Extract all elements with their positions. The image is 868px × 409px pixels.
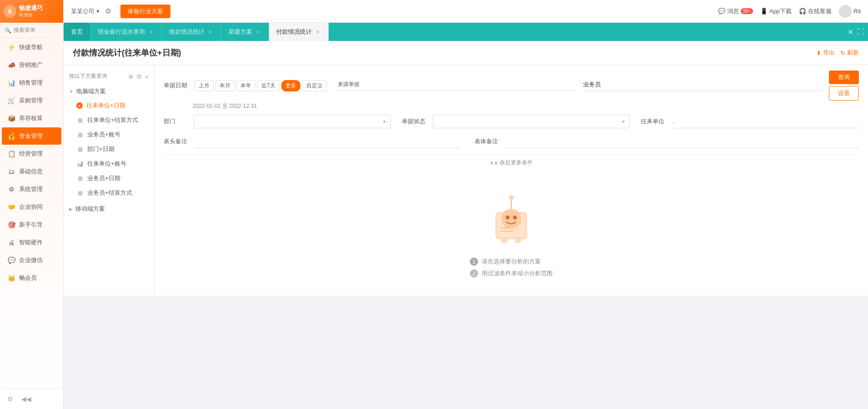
export-icon: ⬆ <box>816 50 821 56</box>
app-download-button[interactable]: 📱 App下载 <box>760 7 792 15</box>
collapse-conditions-button[interactable]: ∧∧ 收起更多条件 <box>164 155 859 170</box>
sidebar-item-sales[interactable]: 📊 销售管理 <box>2 74 61 91</box>
empty-state: 1 请先选择要分析的方案 2 用过滤条件来缩小分析范围 <box>155 176 868 296</box>
scheme-item-unit-settle[interactable]: ▦ 往来单位+结算方式 <box>64 113 154 127</box>
operation-icon: 📋 <box>7 150 15 157</box>
sidebar-item-wechat[interactable]: 💬 企业微信 <box>2 252 61 269</box>
trial-button[interactable]: 体验行业方案 <box>120 5 170 18</box>
date-btn-last-month[interactable]: 上月 <box>195 80 214 91</box>
related-unit-field[interactable]: ... <box>672 115 859 128</box>
refresh-button[interactable]: ↻ 刷新 <box>840 49 859 57</box>
header-note-field[interactable] <box>195 135 460 148</box>
scheme-item-staff-settle[interactable]: ▦ 业务员+结算方式 <box>64 186 154 200</box>
scheme-item-dept-date[interactable]: ▦ 部门+日期 <box>64 142 154 157</box>
body-note-field[interactable] <box>505 135 859 148</box>
scheme-item-label: 业务员+结算方式 <box>87 189 132 197</box>
tip-num-2: 2 <box>470 269 478 278</box>
wechat-icon: 💬 <box>7 257 15 264</box>
tip-2-text: 用过滤条件来缩小分析范围 <box>482 269 553 278</box>
top-bar-settings-icon[interactable]: ⚙ <box>105 7 111 15</box>
scheme-item-label: 业务员+日期 <box>87 174 120 182</box>
sidebar-item-capital[interactable]: 💰 资金管理 <box>2 127 61 145</box>
date-btn-more[interactable]: 更多 <box>281 80 300 91</box>
online-service-button[interactable]: 🎧 在线客服 <box>799 7 832 15</box>
content-body: 按以下方案查询 ⊕ ⚙ « ▼ 电脑端方案 ● 往来单位+日期 <box>64 65 868 296</box>
messages-button[interactable]: 💬 消息 99+ <box>718 7 753 15</box>
scheme-item-unit-account[interactable]: 📊 往来单位+账号 <box>64 157 154 171</box>
desktop-scheme-group: ▼ 电脑端方案 ● 往来单位+日期 ▦ 往来单位+结算方式 ▦ 业务员+账号 <box>64 85 154 200</box>
panel-header-label: 按以下方案查询 <box>69 72 107 80</box>
mobile-group-title[interactable]: ▶ 移动端方案 <box>64 202 154 216</box>
desktop-group-label: 电脑端方案 <box>76 87 106 96</box>
sidebar-item-label: 资金管理 <box>19 132 43 140</box>
manage-scheme-button[interactable]: ⚙ <box>136 73 142 80</box>
basic-icon: 🗂 <box>7 168 15 175</box>
tab-new-plan-close[interactable]: × <box>255 29 261 35</box>
messages-badge: 99+ <box>741 8 753 14</box>
collapse-panel-button[interactable]: « <box>145 73 149 80</box>
svg-rect-11 <box>501 238 508 243</box>
add-scheme-button[interactable]: ⊕ <box>128 73 134 80</box>
sidebar-item-system[interactable]: ⚙ 系统管理 <box>2 181 61 198</box>
collapse-label: 收起更多条件 <box>500 159 533 167</box>
filter-row-3: 表头备注 表体备注 <box>164 135 859 148</box>
sidebar-item-basic[interactable]: 🗂 基础信息 <box>2 163 61 180</box>
tab-bank-flow[interactable]: 现金银行流水查询 × <box>90 23 162 41</box>
tab-home-label: 首页 <box>71 28 83 36</box>
sidebar-item-guide[interactable]: 🎯 新手引导 <box>2 216 61 233</box>
date-range-text: 2022-01-01 至 2022-12-31 <box>193 103 257 109</box>
sidebar-item-marketing[interactable]: 📣 营销推广 <box>2 56 61 74</box>
sidebar-item-member[interactable]: 👑 畅会员 <box>2 269 61 287</box>
date-btn-this-year[interactable]: 本年 <box>236 80 255 91</box>
sidebar-subtitle: 标准版 <box>19 12 43 18</box>
sidebar-item-quick-nav[interactable]: ⚡ 快捷导航 <box>2 39 61 56</box>
query-button[interactable]: 查询 <box>829 71 859 84</box>
scheme-item-staff-account[interactable]: ▦ 业务员+账号 <box>64 127 154 142</box>
sidebar-item-label: 系统管理 <box>19 185 43 193</box>
right-area: 单据日期 上月 本月 本年 近7天 更多 自定义 来源单据 <box>155 65 868 296</box>
system-icon: ⚙ <box>7 186 15 193</box>
tab-payment-stats-close[interactable]: × <box>314 29 321 35</box>
doc-status-select[interactable]: ▾ <box>433 115 630 128</box>
date-btn-custom[interactable]: 自定义 <box>302 80 327 91</box>
export-button[interactable]: ⬆ 导出 <box>816 49 835 57</box>
sidebar-item-operation[interactable]: 📋 经营管理 <box>2 145 61 162</box>
sidebar-search[interactable]: 🔍 搜索菜单 <box>0 23 63 38</box>
date-btn-this-month[interactable]: 本月 <box>215 80 234 91</box>
filter-row-2: 部门 ▾ 单据状态 ▾ 往来单位 ... <box>164 115 859 128</box>
tab-payment-stats-label: 付款情况统计 <box>276 28 312 36</box>
sidebar-item-label: 畅会员 <box>19 274 37 282</box>
sidebar-item-label: 采购管理 <box>19 96 43 105</box>
sidebar-item-enterprise[interactable]: 🤝 企业协同 <box>2 198 61 216</box>
tab-close-all-button[interactable]: ✕ <box>848 28 853 36</box>
scheme-item-unit-date[interactable]: ● 往来单位+日期 <box>64 98 154 113</box>
tab-expand-button[interactable]: ⛶ <box>857 28 864 36</box>
tab-home[interactable]: 首页 <box>64 23 90 41</box>
filter-settings-button[interactable]: 设置 <box>829 86 859 101</box>
sidebar-item-label: 销售管理 <box>19 79 43 87</box>
desktop-group-title[interactable]: ▼ 电脑端方案 <box>64 85 154 98</box>
filter-row-1: 单据日期 上月 本月 本年 近7天 更多 自定义 来源单据 <box>164 71 859 101</box>
user-menu[interactable]: Rit <box>839 5 861 18</box>
online-service-label: 在线客服 <box>808 7 832 15</box>
sidebar-item-label: 新手引导 <box>19 221 43 229</box>
tab-new-plan[interactable]: 新建方案 × <box>221 23 269 41</box>
tab-receipt-stats[interactable]: 收款情况统计 × <box>162 23 221 41</box>
tab-bank-flow-close[interactable]: × <box>148 29 154 35</box>
date-btn-7days[interactable]: 近7天 <box>257 80 279 91</box>
sidebar-settings-button[interactable]: ⚙ <box>4 393 16 405</box>
tab-payment-stats[interactable]: 付款情况统计 × <box>269 23 329 41</box>
sidebar-collapse-button[interactable]: ◀◀ <box>20 393 33 405</box>
left-panel-header: 按以下方案查询 ⊕ ⚙ « <box>64 70 154 85</box>
phone-icon: 📱 <box>760 8 768 15</box>
company-selector[interactable]: 某某公司 ▾ <box>71 7 100 15</box>
scheme-icon: ▦ <box>76 189 84 197</box>
tab-receipt-stats-close[interactable]: × <box>207 29 214 35</box>
scheme-item-staff-date[interactable]: ▦ 业务员+日期 <box>64 171 154 186</box>
sidebar-item-hardware[interactable]: 🖨 智能硬件 <box>2 234 61 251</box>
dept-select[interactable]: ▾ <box>194 115 391 128</box>
svg-point-10 <box>509 195 514 200</box>
sidebar-item-purchase[interactable]: 🛒 采购管理 <box>2 92 61 109</box>
scheme-icon: ▦ <box>76 146 84 153</box>
sidebar-item-inventory[interactable]: 📦 库存核算 <box>2 110 61 127</box>
